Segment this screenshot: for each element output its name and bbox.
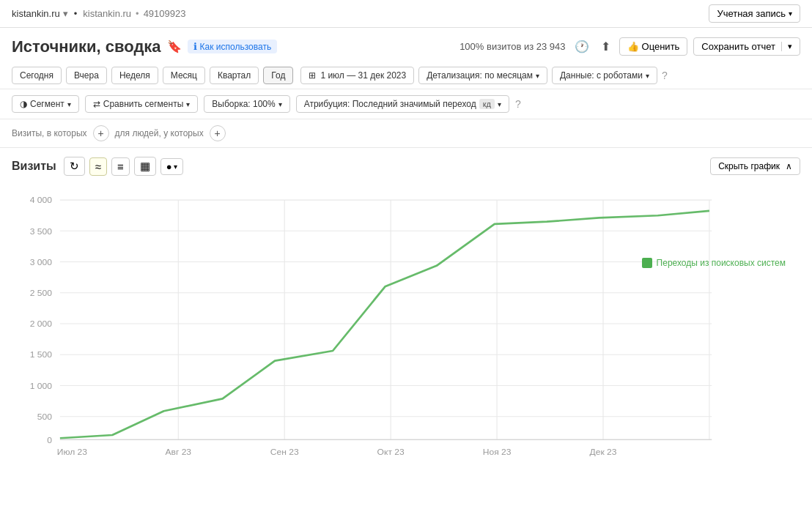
hide-chart-label: Скрыть график [718,161,780,171]
svg-text:1 000: 1 000 [30,381,53,391]
save-label: Сохранить отчет [701,41,775,52]
chart-header: Визиты ↻ ≈ ≡ ▦ ● ▾ Скрыть график ∧ [12,157,800,176]
yesterday-button[interactable]: Вчера [66,67,107,84]
date-range-button[interactable]: ⊞ 1 июл — 31 дек 2023 [300,67,414,84]
chart-controls: ↻ ≈ ≡ ▦ ● ▾ [64,157,183,176]
svg-text:3 500: 3 500 [30,226,53,237]
legend-color-box [642,258,652,268]
site-arrow-1[interactable]: ▾ [63,8,68,19]
data-arrow-icon: ▾ [646,72,649,80]
clock-icon-button[interactable]: 🕐 [572,37,592,56]
add-people-filter-button[interactable]: + [210,125,226,141]
date-range-label: 1 июл — 31 дек 2023 [320,70,406,81]
site-selector-1[interactable]: kistankin.ru [12,8,60,19]
topnav-sep2: • [136,8,139,19]
hide-chart-button[interactable]: Скрыть график ∧ [710,157,800,175]
save-arrow-icon[interactable]: ▾ [781,42,792,51]
segment-label: Сегмент [30,99,64,109]
segment-arrow-icon: ▾ [67,100,71,108]
thumbs-up-icon: 👍 [627,41,639,52]
compare-label: Сравнить сегменты [103,99,184,109]
rate-label: Оценить [642,41,680,52]
segment-toolbar: ◑ Сегмент ▾ ⇄ Сравнить сегменты ▾ Выборк… [0,89,812,119]
visits-filter-label: Визиты, в которых [12,128,87,138]
detail-label: Детализация: по месяцам [427,70,533,81]
account-label: Учетная запись [717,8,786,19]
line-chart-button[interactable]: ≈ [89,157,107,176]
data-button[interactable]: Данные: с роботами ▾ [552,67,657,84]
date-help-icon[interactable]: ? [662,70,668,81]
dot-icon: ● [166,161,172,172]
site-id: 49109923 [144,8,186,19]
segment-button[interactable]: ◑ Сегмент ▾ [12,95,79,113]
chart-section: Визиты ↻ ≈ ≡ ▦ ● ▾ Скрыть график ∧ [0,148,812,472]
segment-help-icon[interactable]: ? [515,98,521,110]
segment-circle-icon: ◑ [20,99,27,109]
rate-button[interactable]: 👍 Оценить [619,37,688,56]
svg-text:500: 500 [37,412,53,422]
people-filter-label: для людей, у которых [115,128,204,138]
compare-icon: ⇄ [93,99,100,109]
svg-text:Ноя 23: Ноя 23 [483,447,512,458]
how-to-use-label: Как использовать [200,42,272,52]
info-circle-icon: ℹ [193,41,197,52]
month-button[interactable]: Месяц [163,67,205,84]
top-navigation: kistankin.ru ▾ • kistankin.ru • 49109923… [0,0,812,28]
page-header: Источники, сводка 🔖 ℹ Как использовать 1… [0,28,812,62]
sample-label: Выборка: 100% [212,99,275,109]
chart-legend: Переходы из поисковых систем [642,258,786,268]
filter-row: Визиты, в которых + для людей, у которых… [0,119,812,148]
share-icon-button[interactable]: ⬆ [598,37,613,56]
visits-count: 100% визитов из 23 943 [459,41,565,52]
detail-button[interactable]: Детализация: по месяцам ▾ [418,67,547,84]
attr-arrow-icon: ▾ [498,100,501,108]
more-chart-button[interactable]: ● ▾ [160,158,183,175]
how-to-use-badge[interactable]: ℹ Как использовать [188,40,278,53]
svg-text:1 500: 1 500 [30,350,53,360]
legend-label: Переходы из поисковых систем [657,258,786,268]
svg-text:Сен 23: Сен 23 [270,447,299,458]
compare-arrow-icon: ▾ [186,100,190,108]
svg-text:Июл 23: Июл 23 [57,447,88,458]
data-label: Данные: с роботами [560,70,643,81]
attribution-button[interactable]: Атрибуция: Последний значимый переход кд… [296,95,509,113]
hide-chart-arrow-icon: ∧ [786,161,792,171]
account-button[interactable]: Учетная запись ▾ [709,4,800,23]
sample-arrow-icon: ▾ [278,100,282,108]
svg-text:2 000: 2 000 [30,319,53,329]
chart-title: Визиты [12,160,56,173]
more-arrow-icon: ▾ [174,163,177,171]
quarter-button[interactable]: Квартал [210,67,259,84]
date-toolbar: Сегодня Вчера Неделя Месяц Квартал Год ⊞… [0,62,812,89]
chart-area: 4 000 3 500 3 000 2 500 2 000 1 500 1 00… [12,185,800,463]
today-button[interactable]: Сегодня [12,67,62,84]
detail-arrow-icon: ▾ [536,72,539,80]
header-right: 100% визитов из 23 943 🕐 ⬆ 👍 Оценить Сох… [459,37,800,56]
area-chart-button[interactable]: ≡ [111,157,130,176]
compare-segments-button[interactable]: ⇄ Сравнить сегменты ▾ [85,95,199,113]
account-arrow-icon: ▾ [789,10,792,18]
chart-svg: 4 000 3 500 3 000 2 500 2 000 1 500 1 00… [12,185,800,463]
page-title-row: Источники, сводка 🔖 ℹ Как использовать [12,37,277,56]
svg-text:3 000: 3 000 [30,257,53,267]
svg-text:2 500: 2 500 [30,288,53,298]
week-button[interactable]: Неделя [111,67,158,84]
svg-text:Дек 23: Дек 23 [590,447,617,458]
save-report-button[interactable]: Сохранить отчет ▾ [693,37,800,56]
topnav-separator: • [74,8,78,19]
bar-chart-button[interactable]: ▦ [134,157,156,176]
calendar-icon: ⊞ [309,70,316,81]
chart-line [60,211,709,438]
topnav-left: kistankin.ru ▾ • kistankin.ru • 49109923 [12,8,185,19]
sample-button[interactable]: Выборка: 100% ▾ [204,95,289,113]
page-title: Источники, сводка [12,37,161,56]
attr-tag: кд [479,99,495,109]
attr-label: Атрибуция: Последний значимый переход [304,99,476,109]
svg-text:0: 0 [47,435,52,445]
add-visit-filter-button[interactable]: + [93,125,109,141]
svg-text:Авг 23: Авг 23 [165,447,191,458]
refresh-button[interactable]: ↻ [64,157,85,176]
bookmark-icon[interactable]: 🔖 [167,40,182,53]
chart-title-row: Визиты ↻ ≈ ≡ ▦ ● ▾ [12,157,183,176]
year-button[interactable]: Год [263,67,293,84]
